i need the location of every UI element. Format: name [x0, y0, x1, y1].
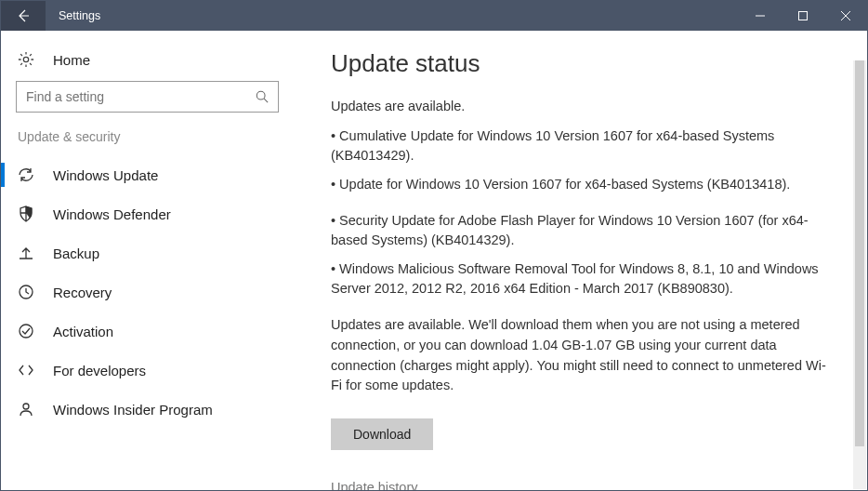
- close-icon: [841, 11, 850, 20]
- search-input-container[interactable]: [16, 81, 279, 113]
- sidebar-item-label: Backup: [53, 246, 99, 261]
- back-arrow-icon: [16, 8, 31, 23]
- sidebar-item-label: Windows Insider Program: [53, 402, 213, 418]
- backup-icon: [18, 245, 34, 261]
- sidebar-item-recovery[interactable]: Recovery: [1, 272, 294, 312]
- back-button[interactable]: [1, 1, 46, 31]
- sidebar-item-windows-defender[interactable]: Windows Defender: [1, 194, 294, 233]
- status-text: Updates are available.: [331, 99, 830, 113]
- maximize-icon: [798, 11, 808, 20]
- sidebar-item-activation[interactable]: Activation: [1, 312, 294, 351]
- window-title: Settings: [59, 9, 100, 22]
- sidebar-item-backup[interactable]: Backup: [1, 233, 294, 272]
- update-item: • Update for Windows 10 Version 1607 for…: [331, 175, 830, 194]
- scrollbar[interactable]: [853, 60, 866, 489]
- search-icon: [256, 90, 269, 103]
- sidebar-item-label: Windows Defender: [53, 206, 171, 222]
- section-label: Update & security: [1, 129, 294, 155]
- svg-rect-0: [799, 12, 808, 20]
- scrollbar-thumb[interactable]: [855, 60, 864, 446]
- update-item: • Windows Malicious Software Removal Too…: [331, 259, 830, 299]
- gear-icon: [18, 51, 34, 68]
- download-info-text: Updates are available. We'll download th…: [331, 315, 830, 396]
- home-label: Home: [53, 52, 90, 68]
- recovery-icon: [18, 284, 34, 300]
- minimize-icon: [756, 11, 765, 20]
- svg-point-1: [23, 57, 28, 61]
- insider-icon: [18, 401, 34, 418]
- search-input[interactable]: [26, 89, 256, 104]
- svg-point-4: [20, 325, 33, 338]
- developers-icon: [18, 362, 34, 378]
- sidebar: Home Update & security Windows Update Wi…: [1, 31, 294, 490]
- update-history-link[interactable]: Update history: [331, 480, 830, 490]
- sync-icon: [18, 166, 34, 183]
- sidebar-item-label: Activation: [53, 324, 113, 339]
- update-item: • Cumulative Update for Windows 10 Versi…: [331, 126, 830, 166]
- close-button[interactable]: [824, 1, 867, 31]
- content-area: Update status Updates are available. • C…: [294, 31, 867, 490]
- update-item: • Security Update for Adobe Flash Player…: [331, 211, 830, 250]
- sidebar-item-label: For developers: [53, 363, 146, 378]
- page-title: Update status: [331, 49, 830, 78]
- minimize-button[interactable]: [739, 1, 782, 31]
- svg-point-2: [256, 91, 265, 100]
- home-link[interactable]: Home: [1, 42, 294, 81]
- activation-icon: [18, 323, 34, 339]
- sidebar-item-for-developers[interactable]: For developers: [1, 351, 294, 390]
- sidebar-item-windows-update[interactable]: Windows Update: [1, 155, 294, 194]
- download-button[interactable]: Download: [331, 418, 433, 450]
- titlebar: Settings: [1, 1, 867, 31]
- sidebar-item-label: Windows Update: [53, 167, 158, 183]
- shield-icon: [18, 206, 34, 222]
- sidebar-item-label: Recovery: [53, 285, 112, 300]
- svg-point-5: [23, 404, 29, 409]
- maximize-button[interactable]: [782, 1, 824, 31]
- sidebar-item-windows-insider[interactable]: Windows Insider Program: [1, 390, 294, 429]
